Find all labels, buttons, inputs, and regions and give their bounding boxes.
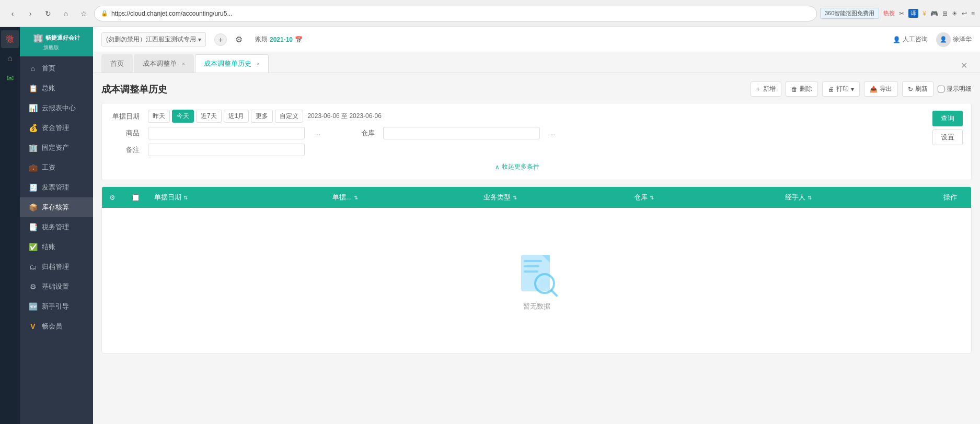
- brightness-tool[interactable]: ☀: [952, 10, 958, 17]
- date-btn-yesterday[interactable]: 昨天: [148, 110, 170, 123]
- sidebar-item-vip[interactable]: V 畅会员: [20, 316, 93, 336]
- collapse-filter-btn[interactable]: ∧ 收起更多条件: [110, 160, 924, 173]
- svg-point-5: [539, 278, 550, 289]
- show-detail-checkbox[interactable]: [938, 86, 944, 92]
- th-warehouse[interactable]: 仓库 ⇅: [628, 193, 778, 202]
- tab-cost-adjustment-label: 成本调整单: [143, 60, 177, 67]
- left-icon-1[interactable]: ⌂: [1, 50, 19, 67]
- th-type[interactable]: 业务类型 ⇅: [477, 193, 628, 202]
- sidebar-item-general-ledger[interactable]: 📋 总账: [20, 78, 93, 98]
- print-dropdown-icon: ▾: [851, 86, 854, 93]
- home-button[interactable]: ⌂: [59, 6, 73, 21]
- tab-cost-adjustment[interactable]: 成本调整单 ×: [134, 54, 194, 73]
- lock-icon: 🔒: [101, 10, 108, 17]
- sidebar-item-inventory[interactable]: 📦 库存核算: [20, 197, 93, 217]
- note-input[interactable]: [148, 144, 305, 156]
- back-button[interactable]: ‹: [5, 6, 20, 21]
- sidebar-item-cloud-reports[interactable]: 📊 云报表中心: [20, 98, 93, 118]
- th-number[interactable]: 单据... ⇅: [326, 193, 477, 202]
- url-bar[interactable]: 🔒 https://cloud.chanjet.com/accounting/u…: [94, 6, 817, 21]
- sidebar-item-home[interactable]: ⌂ 首页: [20, 58, 93, 78]
- goods-filter-row: 商品 ... 仓库 ...: [110, 127, 924, 139]
- th-warehouse-label: 仓库: [634, 193, 648, 202]
- date-btn-today[interactable]: 今天: [172, 110, 194, 123]
- grid-tool[interactable]: ⊞: [942, 10, 948, 17]
- bookmark-button[interactable]: ☆: [76, 6, 91, 21]
- customer-service-link[interactable]: 👤 人工咨询: [893, 35, 928, 44]
- date-btn-7days[interactable]: 近7天: [196, 110, 222, 123]
- add-company-button[interactable]: +: [214, 33, 227, 46]
- tutorial-icon: 🆕: [28, 302, 38, 311]
- empty-state: 暂无数据: [102, 208, 971, 353]
- period-display: 账期 2021-10 📅: [255, 35, 303, 44]
- translate-tool[interactable]: 译: [908, 9, 918, 18]
- sidebar-item-fixed-assets[interactable]: 🏢 固定资产: [20, 138, 93, 158]
- date-btn-custom[interactable]: 自定义: [275, 110, 303, 123]
- home-icon: ⌂: [28, 64, 38, 73]
- game-tool[interactable]: 🎮: [930, 10, 938, 17]
- period-value: 2021-10: [270, 36, 293, 43]
- page-content: 成本调整单历史 + 新增 🗑 删除 🖨 打印 ▾: [93, 73, 980, 424]
- show-detail-checkbox-label[interactable]: 显示明细: [938, 85, 972, 93]
- period-label: 账期: [255, 35, 268, 44]
- setting-button[interactable]: 设置: [932, 129, 963, 145]
- goods-input[interactable]: [148, 127, 305, 139]
- tab-cost-adjustment-close[interactable]: ×: [182, 61, 185, 67]
- th-settings[interactable]: ⚙: [102, 194, 123, 202]
- goods-more-btn[interactable]: ...: [315, 129, 320, 137]
- sidebar-item-payroll[interactable]: 💼 工资: [20, 158, 93, 178]
- date-filter-row: 单据日期 昨天 今天 近7天 近1月 更多 自定义 2023-06-06 至 2…: [110, 110, 924, 123]
- sidebar-item-label-tax: 税务管理: [42, 222, 69, 232]
- sidebar-item-settings[interactable]: ⚙ 基础设置: [20, 277, 93, 297]
- th-operator[interactable]: 经手人 ⇅: [779, 193, 929, 202]
- refresh-button[interactable]: ↻: [41, 6, 55, 21]
- close-all-tabs-button[interactable]: ✕: [956, 61, 972, 70]
- extension-360[interactable]: 360智能抠图免费用: [820, 8, 879, 19]
- tab-cost-adjustment-history[interactable]: 成本调整单历史 ×: [195, 54, 269, 73]
- sidebar-item-label-settings: 基础设置: [42, 282, 69, 291]
- th-date[interactable]: 单据日期 ⇅: [148, 193, 326, 202]
- sidebar-item-tutorial[interactable]: 🆕 新手引导: [20, 297, 93, 316]
- user-avatar: 👤: [936, 32, 951, 47]
- sidebar-item-archive[interactable]: 🗂 归档管理: [20, 257, 93, 277]
- date-btn-more[interactable]: 更多: [251, 110, 273, 123]
- refresh-button-toolbar[interactable]: ↻ 刷新: [902, 81, 933, 97]
- th-checkbox[interactable]: [123, 194, 148, 201]
- delete-button[interactable]: 🗑 删除: [786, 81, 818, 97]
- top-right-area: 👤 人工咨询 👤 徐泽华: [893, 32, 972, 47]
- tab-history-close[interactable]: ×: [257, 61, 260, 67]
- sidebar-item-fund-management[interactable]: 💰 资金管理: [20, 118, 93, 138]
- export-button[interactable]: 📤 导出: [864, 81, 898, 97]
- company-selector[interactable]: (勿删勿禁用）江西服宝测试专用 ▾: [101, 32, 206, 46]
- th-number-label: 单据...: [332, 193, 352, 202]
- vip-icon: V: [28, 322, 38, 331]
- tabs-bar: 首页 成本调整单 × 成本调整单历史 × ✕: [93, 52, 980, 73]
- calendar-icon[interactable]: 📅: [295, 36, 303, 43]
- sidebar-item-tax[interactable]: 📑 税务管理: [20, 217, 93, 237]
- select-all-checkbox[interactable]: [132, 194, 139, 201]
- warehouse-more-btn[interactable]: ...: [550, 129, 556, 137]
- left-icon-weibo[interactable]: 微: [1, 30, 19, 48]
- sidebar-item-closing[interactable]: ✅ 结账: [20, 237, 93, 257]
- sidebar-item-label-assets: 固定资产: [42, 143, 69, 152]
- scissors-tool[interactable]: ✂: [899, 10, 904, 17]
- sidebar-item-invoice[interactable]: 🧾 发票管理: [20, 178, 93, 197]
- undo-tool[interactable]: ↩: [962, 10, 967, 17]
- date-filter-buttons: 昨天 今天 近7天 近1月 更多 自定义 2023-06-06 至 2023-0…: [148, 110, 382, 123]
- user-menu[interactable]: 👤 徐泽华: [936, 32, 972, 47]
- tab-home[interactable]: 首页: [101, 54, 133, 73]
- warehouse-input[interactable]: [383, 127, 540, 139]
- date-btn-1month[interactable]: 近1月: [224, 110, 249, 123]
- hot-search-badge[interactable]: 热搜: [883, 9, 895, 17]
- column-settings-icon: ⚙: [109, 194, 116, 202]
- forward-button[interactable]: ›: [23, 6, 38, 21]
- wallet-tool[interactable]: ¥: [923, 10, 926, 17]
- settings-gear-icon[interactable]: ⚙: [235, 34, 243, 44]
- query-button[interactable]: 查询: [932, 111, 963, 126]
- warehouse-filter-label: 仓库: [345, 128, 375, 138]
- left-icon-2[interactable]: ✉: [1, 69, 19, 87]
- export-icon: 📤: [870, 86, 878, 93]
- menu-tool[interactable]: ≡: [971, 10, 975, 17]
- add-button[interactable]: + 新增: [751, 81, 781, 97]
- print-button[interactable]: 🖨 打印 ▾: [822, 81, 860, 97]
